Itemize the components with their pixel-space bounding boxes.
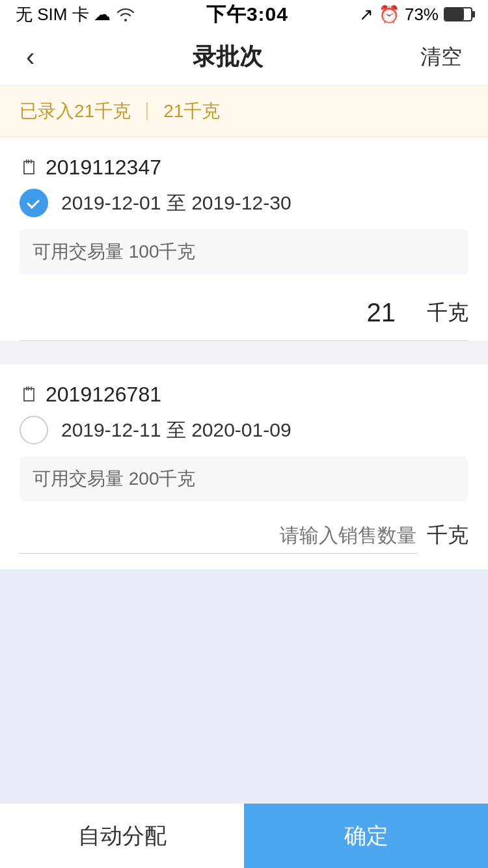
batch1-qty-unit: 千克 xyxy=(427,299,468,327)
content-area: 已录入21千克 21千克 🗒 2019112347 2019-12-01 至 2… xyxy=(0,86,488,868)
battery-icon xyxy=(444,7,472,21)
confirm-button[interactable]: 确定 xyxy=(244,804,488,868)
batch2-radio[interactable] xyxy=(20,416,48,444)
clock-icon: ⏰ xyxy=(379,5,400,25)
batch-card-1: 🗒 2019112347 2019-12-01 至 2019-12-30 可用交… xyxy=(0,137,488,341)
batch1-available-qty: 可用交易量 100千克 xyxy=(20,229,468,275)
status-time: 下午3:04 xyxy=(206,1,288,28)
sim-label: 无 SIM 卡 ☁ xyxy=(16,3,111,26)
section-divider-1 xyxy=(0,354,488,364)
nav-bar: ‹ 录批次 清空 xyxy=(0,29,488,86)
batch1-qty-value: 21 xyxy=(357,298,396,327)
batch1-id: 2019112347 xyxy=(46,156,161,180)
status-left: 无 SIM 卡 ☁ xyxy=(16,3,135,26)
bottom-bar: 自动分配 确定 xyxy=(0,803,488,868)
batch2-date-row[interactable]: 2019-12-11 至 2020-01-09 xyxy=(20,416,468,444)
total-label: 21千克 xyxy=(163,99,220,124)
auto-distribute-button[interactable]: 自动分配 xyxy=(0,804,244,868)
batch2-qty-unit: 千克 xyxy=(427,521,468,550)
batch2-qty-input[interactable] xyxy=(169,524,416,547)
batch1-qty-row: 21 千克 xyxy=(0,288,488,340)
batch1-radio[interactable] xyxy=(20,189,48,217)
wifi-icon xyxy=(116,7,135,21)
battery-percent: 73% xyxy=(405,5,439,25)
batch1-id-row: 🗒 2019112347 xyxy=(20,156,468,180)
batch2-doc-icon: 🗒 xyxy=(20,384,39,406)
batch1-date: 2019-12-01 至 2019-12-30 xyxy=(61,190,291,217)
batch2-date: 2019-12-11 至 2020-01-09 xyxy=(61,417,291,444)
batch1-date-row[interactable]: 2019-12-01 至 2019-12-30 xyxy=(20,189,468,217)
batch2-underline xyxy=(20,553,418,554)
status-right: ↗ ⏰ 73% xyxy=(359,5,472,25)
batch1-doc-icon: 🗒 xyxy=(20,157,39,179)
status-bar: 无 SIM 卡 ☁ 下午3:04 ↗ ⏰ 73% xyxy=(0,0,488,29)
batch2-available-qty: 可用交易量 200千克 xyxy=(20,456,468,502)
summary-banner: 已录入21千克 21千克 xyxy=(0,86,488,137)
batch2-id-row: 🗒 2019126781 xyxy=(20,383,468,407)
back-button[interactable]: ‹ xyxy=(20,36,41,78)
recorded-label: 已录入21千克 xyxy=(20,99,131,124)
batch1-underline xyxy=(20,340,468,341)
summary-divider xyxy=(146,102,148,120)
empty-area xyxy=(0,569,488,817)
batch-card-2: 🗒 2019126781 2019-12-11 至 2020-01-09 可用交… xyxy=(0,364,488,569)
batch2-id: 2019126781 xyxy=(46,383,161,407)
page-title: 录批次 xyxy=(193,41,263,73)
batch2-qty-row: 千克 xyxy=(0,515,488,569)
clear-button[interactable]: 清空 xyxy=(414,36,468,78)
location-icon: ↗ xyxy=(359,5,373,25)
